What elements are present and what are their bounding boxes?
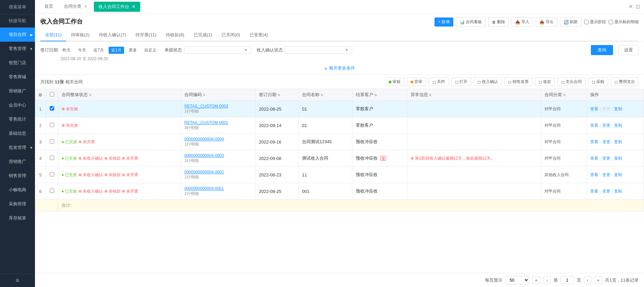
tab-contract-category[interactable]: 合同分类 ✕ (59, 1, 92, 13)
set-button[interactable]: 设置 (618, 45, 639, 55)
sidebar-item-marketing[interactable]: 营销推广 (0, 84, 35, 98)
sidebar-item-member[interactable]: 会员中心 (0, 98, 35, 112)
first-page-btn[interactable]: « (532, 276, 540, 284)
show-detail-input[interactable] (609, 20, 613, 24)
select-all-checkbox[interactable] (50, 92, 54, 96)
row-checkbox[interactable] (50, 123, 54, 127)
win-close[interactable]: ✕ (629, 3, 633, 10)
action-sales-invoice[interactable]: ◻ 销售发票 (504, 78, 532, 86)
action-purchase[interactable]: ◻ 采购 (588, 78, 608, 86)
row-checkbox-cell[interactable] (46, 101, 58, 117)
row-checkbox[interactable] (50, 156, 54, 160)
ops-view[interactable]: 查看 (590, 156, 598, 161)
row-checkbox-cell[interactable] (46, 150, 58, 167)
status-tab-closed[interactable]: 已关闭(0) (217, 29, 245, 41)
col-contract-code[interactable]: 合同编码 (181, 89, 256, 101)
row-checkbox-cell[interactable] (46, 117, 58, 134)
ops-copy[interactable]: 复制 (614, 123, 622, 128)
col-overall-status[interactable]: 合同整体状态 (58, 89, 181, 101)
sidebar-item-marketing2[interactable]: 营销推广 (0, 155, 35, 169)
ops-copy[interactable]: 复制 (614, 189, 622, 194)
col-contract-name[interactable]: 合同名称 (299, 89, 352, 101)
sidebar-settings[interactable]: ⚙ (0, 274, 35, 287)
row-checkbox-cell[interactable] (46, 167, 58, 183)
date-btn-7days[interactable]: 近7天 (91, 47, 107, 54)
income-confirm-select[interactable]: ▼ (285, 46, 352, 54)
col-settings[interactable]: ⚙ (35, 89, 46, 101)
sidebar-item-basic-info[interactable]: 基础信息 (0, 126, 35, 140)
row-checkbox[interactable] (50, 106, 54, 111)
show-stage-checkbox[interactable]: 显示阶段 (584, 19, 606, 25)
ops-view[interactable]: 查看 (590, 139, 598, 145)
delete-button[interactable]: 🗑 删除 (488, 17, 509, 27)
sidebar-item-retail-mgmt[interactable]: 零售管理 ▼ (0, 42, 35, 56)
contract-code-link[interactable]: 0000000000004-0001 (184, 186, 224, 191)
date-btn-yesterday[interactable]: 昨天 (60, 47, 73, 54)
status-tab-pending-review[interactable]: 待审核(2) (66, 29, 94, 41)
contract-code-link[interactable]: 0000000000004-0002 (184, 170, 224, 174)
action-review[interactable]: 审核 (385, 78, 404, 86)
row-checkbox[interactable] (50, 139, 54, 144)
sidebar-item-sales-mgmt[interactable]: 销售管理 (0, 169, 35, 183)
last-page-btn[interactable]: » (594, 276, 602, 284)
col-error-info[interactable]: 异常信息 (407, 89, 541, 101)
row-checkbox-cell[interactable] (46, 134, 58, 150)
ops-view[interactable]: 查看 (590, 106, 598, 112)
ops-change[interactable]: 变更 (602, 189, 610, 194)
status-tab-completed[interactable]: 已完成(1) (189, 29, 217, 41)
action-expense-out[interactable]: ◻ 费用支出 (611, 78, 639, 86)
sidebar-search[interactable]: 搜索菜单 (0, 0, 35, 14)
sidebar-item-smart-store[interactable]: 智慧门店 (0, 56, 35, 70)
status-tab-changed[interactable]: 已变更(4) (245, 29, 273, 41)
col-customer[interactable]: 结算客户 (352, 89, 407, 101)
action-income-confirm[interactable]: ◻ 收入确认 (474, 78, 502, 86)
row-checkbox-cell[interactable] (46, 183, 58, 200)
ops-copy[interactable]: 复制 (614, 172, 622, 178)
col-contract-type[interactable]: 合同分类 (541, 89, 586, 101)
sidebar-quick-nav[interactable]: 快捷导航 (0, 14, 35, 28)
tab-close-contract-category[interactable]: ✕ (84, 4, 87, 8)
per-page-select[interactable]: 50 100 200 (505, 276, 529, 284)
next-page-btn[interactable]: › (584, 276, 591, 284)
sidebar-item-retail-mall[interactable]: 零售商城 (0, 70, 35, 84)
ops-view[interactable]: 查看 (590, 123, 598, 128)
row-checkbox[interactable] (50, 172, 54, 176)
tab-income-workbench[interactable]: 收入合同工作台 ✕ (94, 2, 140, 12)
ops-change[interactable]: 变更 (602, 172, 610, 178)
sidebar-item-inventory[interactable]: 库存核算 (0, 211, 35, 225)
action-abandon[interactable]: 弃审 (407, 78, 426, 86)
expand-filter-btn[interactable]: ∨ 展开更多条件 (324, 65, 355, 71)
ops-copy[interactable]: 复制 (614, 106, 622, 112)
action-expense-contract[interactable]: ◻ 支出合同 (558, 78, 585, 86)
status-tab-pending-invoice[interactable]: 待开票(11) (131, 29, 161, 41)
sidebar-item-purchase[interactable]: 采购管理 (0, 197, 35, 211)
status-tab-pending-confirm[interactable]: 待收入确认(7) (94, 29, 131, 41)
tab-home[interactable]: 首页 (39, 1, 59, 13)
action-close[interactable]: ◻ 关闭 (429, 78, 449, 86)
row-checkbox[interactable] (50, 189, 54, 193)
dashboard-button[interactable]: 📊 合同看板 (456, 17, 486, 27)
action-payment[interactable]: ◻ 收款 (535, 78, 555, 86)
date-btn-today[interactable]: 今天 (75, 47, 89, 54)
page-input[interactable] (561, 276, 574, 284)
show-stage-input[interactable] (584, 20, 589, 24)
date-btn-custom[interactable]: 自定义 (142, 47, 159, 54)
date-btn-1month[interactable]: 近1月 (109, 47, 124, 54)
ops-change[interactable]: 变更 (602, 139, 610, 145)
sidebar-item-ecommerce[interactable]: 小畅电商 (0, 183, 35, 197)
import-button[interactable]: 📥 导入 (512, 17, 533, 27)
export-button[interactable]: 📤 导出 (536, 17, 557, 27)
date-btn-more[interactable]: 更多 (126, 47, 140, 54)
contract-code-link[interactable]: RETAIL_CUSTOM-0003 (184, 104, 228, 109)
ops-view[interactable]: 查看 (590, 172, 598, 178)
status-tab-pending-payment[interactable]: 待收款(8) (161, 29, 189, 41)
doc-status-select[interactable]: ▼ (184, 46, 251, 54)
ops-copy[interactable]: 复制 (614, 156, 622, 161)
sidebar-item-project[interactable]: 项目合同 ▶ (0, 28, 35, 42)
sidebar-item-retail-stats[interactable]: 零售统计 (0, 112, 35, 126)
ops-change[interactable]: 变更 (602, 156, 610, 161)
col-sign-date[interactable]: 签订日期 (256, 89, 299, 101)
ops-copy[interactable]: 复制 (614, 139, 622, 145)
tab-close-income-workbench[interactable]: ✕ (132, 4, 136, 9)
win-maximize[interactable]: ⊡ (636, 3, 640, 10)
